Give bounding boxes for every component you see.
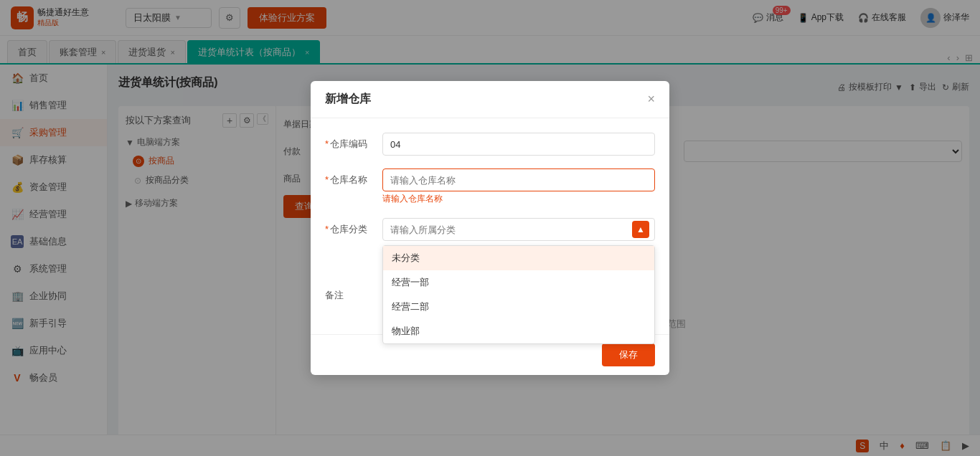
modal-header: 新增仓库 × — [311, 81, 669, 118]
modal-overlay: 新增仓库 × * 仓库编码 * 仓库名称 — [0, 0, 980, 456]
warehouse-name-input[interactable] — [382, 168, 655, 191]
name-error-msg: 请输入仓库名称 — [382, 193, 443, 205]
form-row-name: * 仓库名称 请输入仓库名称 — [325, 168, 655, 205]
warehouse-code-input[interactable] — [382, 133, 655, 156]
save-button[interactable]: 保存 — [602, 343, 655, 366]
category-input-wrap: ▲ 未分类 经营一部 经营二部 物业部 — [382, 218, 655, 241]
category-dropdown-toggle[interactable]: ▲ — [632, 221, 649, 238]
form-row-category: * 仓库分类 ▲ 未分类 经营一部 经营二部 物业部 — [325, 218, 655, 241]
modal-body: * 仓库编码 * 仓库名称 请输入仓库名称 — [311, 118, 669, 334]
category-dropdown: 未分类 经营一部 经营二部 物业部 — [382, 245, 655, 344]
form-row-code: * 仓库编码 — [325, 133, 655, 156]
dropdown-item-ops1[interactable]: 经营一部 — [383, 270, 654, 295]
dropdown-item-unclassified[interactable]: 未分类 — [383, 246, 654, 270]
new-warehouse-modal: 新增仓库 × * 仓库编码 * 仓库名称 — [311, 81, 669, 375]
category-label: * 仓库分类 — [325, 218, 382, 241]
dropdown-item-property[interactable]: 物业部 — [383, 319, 654, 343]
modal-close-button[interactable]: × — [647, 92, 655, 107]
name-label: * 仓库名称 — [325, 168, 382, 191]
dropdown-item-ops2[interactable]: 经营二部 — [383, 295, 654, 319]
note-label: 备注 — [325, 284, 382, 307]
category-input[interactable] — [382, 218, 655, 241]
code-label: * 仓库编码 — [325, 133, 382, 156]
modal-title: 新增仓库 — [325, 92, 371, 107]
